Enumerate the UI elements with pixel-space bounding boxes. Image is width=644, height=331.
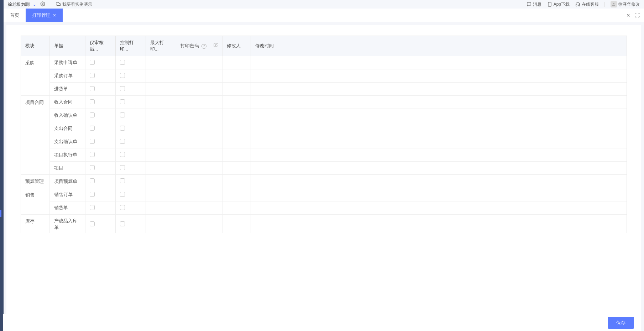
checkbox-audit-only[interactable] xyxy=(90,221,95,226)
checkbox-control[interactable] xyxy=(120,112,125,117)
help-icon[interactable]: ? xyxy=(201,44,206,49)
cell-module: 预算管理 xyxy=(21,175,49,188)
cell-max xyxy=(146,162,176,175)
cell-time xyxy=(251,215,627,233)
demo-link[interactable]: 我要看实例演示 xyxy=(56,1,92,7)
cell-control xyxy=(115,83,146,96)
checkbox-control[interactable] xyxy=(120,60,125,65)
checkbox-control[interactable] xyxy=(120,73,125,78)
cell-time xyxy=(251,201,627,215)
tab-bar: 首页 打印管理 ✕ ✕ ⛶ xyxy=(4,9,644,22)
checkbox-audit-only[interactable] xyxy=(90,205,95,210)
cell-audit-only xyxy=(85,96,115,109)
cell-max xyxy=(146,96,176,109)
checkbox-audit-only[interactable] xyxy=(90,60,95,65)
app-download-label: App下载 xyxy=(554,1,570,7)
table-container[interactable]: 模块 单据 仅审核后... 控制打印... 最大打印... 打印密码 ? xyxy=(21,36,627,233)
checkbox-control[interactable] xyxy=(120,86,125,91)
cell-max xyxy=(146,175,176,188)
table-row: 项目 xyxy=(21,162,627,175)
cell-time xyxy=(251,122,627,135)
table-row: 收入确认单 xyxy=(21,109,627,122)
cell-modifier xyxy=(222,215,251,233)
messages-link[interactable]: 消息 xyxy=(527,1,541,7)
cell-time xyxy=(251,69,627,83)
th-password: 打印密码 ? xyxy=(176,36,222,56)
checkbox-control[interactable] xyxy=(120,152,125,157)
top-bar: 徐老板勿删! ⌄ 我要看实例演示 消息 xyxy=(4,0,644,9)
cell-module: 采购 xyxy=(21,56,49,96)
checkbox-control[interactable] xyxy=(120,205,125,210)
mobile-icon xyxy=(547,2,552,7)
cell-audit-only xyxy=(85,162,115,175)
edit-icon[interactable] xyxy=(214,43,218,48)
fullscreen-icon[interactable]: ⛶ xyxy=(635,12,640,18)
save-button[interactable]: 保存 xyxy=(608,317,634,329)
cell-doc: 采购申请单 xyxy=(49,56,85,69)
close-icon[interactable]: ✕ xyxy=(53,13,56,18)
gear-icon[interactable] xyxy=(40,1,45,7)
checkbox-audit-only[interactable] xyxy=(90,152,95,157)
cell-max xyxy=(146,109,176,122)
cell-doc: 收入确认单 xyxy=(49,109,85,122)
checkbox-audit-only[interactable] xyxy=(90,73,95,78)
checkbox-audit-only[interactable] xyxy=(90,112,95,117)
cell-control xyxy=(115,188,146,201)
org-name: 徐老板勿删! xyxy=(8,1,30,7)
cell-doc: 产成品入库单 xyxy=(49,215,85,233)
th-mod-time: 修改时间 xyxy=(251,36,627,56)
checkbox-control[interactable] xyxy=(120,192,125,197)
table-row: 进货单 xyxy=(21,83,627,96)
cell-max xyxy=(146,122,176,135)
cell-password xyxy=(176,69,222,83)
th-doc: 单据 xyxy=(49,36,85,56)
table-row: 采购采购申请单 xyxy=(21,56,627,69)
cell-audit-only xyxy=(85,122,115,135)
checkbox-audit-only[interactable] xyxy=(90,139,95,144)
left-sidebar-edge xyxy=(0,0,4,331)
cell-audit-only xyxy=(85,215,115,233)
checkbox-audit-only[interactable] xyxy=(90,178,95,183)
checkbox-control[interactable] xyxy=(120,139,125,144)
tab-print-management[interactable]: 打印管理 ✕ xyxy=(26,9,63,22)
cell-time xyxy=(251,83,627,96)
cell-audit-only xyxy=(85,175,115,188)
customer-service-link[interactable]: 在线客服 xyxy=(575,1,599,7)
cell-audit-only xyxy=(85,201,115,215)
cell-max xyxy=(146,83,176,96)
tab-home[interactable]: 首页 xyxy=(4,9,26,22)
cell-audit-only xyxy=(85,188,115,201)
checkbox-audit-only[interactable] xyxy=(90,86,95,91)
close-all-tabs-icon[interactable]: ✕ xyxy=(626,12,630,18)
checkbox-audit-only[interactable] xyxy=(90,192,95,197)
cell-modifier xyxy=(222,148,251,162)
checkbox-audit-only[interactable] xyxy=(90,99,95,104)
checkbox-control[interactable] xyxy=(120,178,125,183)
cell-password xyxy=(176,162,222,175)
checkbox-control[interactable] xyxy=(120,221,125,226)
cell-password xyxy=(176,201,222,215)
cell-modifier xyxy=(222,96,251,109)
cell-modifier xyxy=(222,162,251,175)
checkbox-control[interactable] xyxy=(120,99,125,104)
table-row: 支出合同 xyxy=(21,122,627,135)
checkbox-audit-only[interactable] xyxy=(90,126,95,131)
messages-label: 消息 xyxy=(533,1,541,7)
cell-control xyxy=(115,96,146,109)
org-selector[interactable]: 徐老板勿删! ⌄ xyxy=(8,1,37,7)
cell-audit-only xyxy=(85,109,115,122)
footer-bar: 保存 xyxy=(3,314,641,331)
checkbox-audit-only[interactable] xyxy=(90,165,95,170)
user-menu[interactable]: 徐泽华修改 xyxy=(611,1,640,7)
app-download-link[interactable]: App下载 xyxy=(547,1,570,7)
cell-doc: 项目预算单 xyxy=(49,175,85,188)
cell-max xyxy=(146,148,176,162)
cell-modifier xyxy=(222,109,251,122)
cell-max xyxy=(146,215,176,233)
cell-doc: 采购订单 xyxy=(49,69,85,83)
chevron-down-icon: ⌄ xyxy=(32,1,37,7)
print-settings-table: 模块 单据 仅审核后... 控制打印... 最大打印... 打印密码 ? xyxy=(21,36,627,233)
cell-audit-only xyxy=(85,148,115,162)
checkbox-control[interactable] xyxy=(120,165,125,170)
checkbox-control[interactable] xyxy=(120,126,125,131)
